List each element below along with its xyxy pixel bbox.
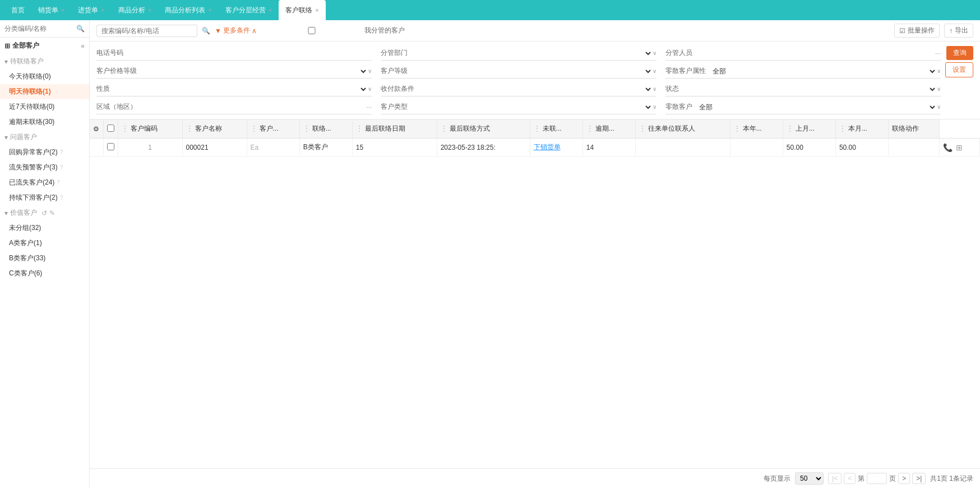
filter-row-4: 区域（地区） ··· 客户类型 ∨ 零散客户 [96,100,941,114]
sidebar-item-ungrouped[interactable]: 未分组(32) [0,220,89,236]
close-icon[interactable]: × [315,7,318,13]
first-page-button[interactable]: |< [828,473,842,484]
prev-page-button[interactable]: < [844,473,856,484]
search-icon[interactable]: 🔍 [202,27,210,35]
row-checkbox[interactable] [107,143,114,150]
row-actions: 📞 ⊞ [943,143,976,152]
filter-row-3: 性质 ∨ 收付款条件 ∨ [96,82,941,96]
edit-icon[interactable]: ✎ [49,209,55,217]
filter-price-grade-select[interactable] [141,67,368,76]
col-not-contacted: ⋮未联... [530,119,583,139]
sidebar-item-tomorrow[interactable]: 明天待联络(1) [0,84,89,99]
close-icon[interactable]: × [269,7,272,13]
col-settings[interactable]: ⚙ [90,119,103,139]
filter-region-label: 区域（地区） [96,102,137,112]
filter-customer-type-select[interactable] [412,103,652,112]
chevron-down-icon: ∨ [368,68,372,74]
nav-purchase[interactable]: 进货单 × [71,0,111,20]
more-filter-button[interactable]: ▼ 更多条件 ∧ [215,26,257,35]
filter-row-1: 电话号码 分管部门 ∨ 分管人员 [96,46,941,61]
row-num: 1 [118,139,182,156]
page-suffix-label: 页 [889,474,896,484]
search-bar: 🔍 ▼ 更多条件 ∧ 我分管的客户 ☑ 批量操作 ↑ 导出 [90,20,980,42]
row-last-month: 50.00 [835,139,888,156]
filter-phone-label: 电话号码 [96,48,123,58]
chevron-down-icon: ∨ [937,68,941,74]
page-input[interactable]: 1 [867,473,887,484]
checkbox-icon: ☑ [899,27,905,35]
nav-sales[interactable]: 销货单 × [31,0,71,20]
sidebar-value-group: ▾ 价值客户 ↺ ✎ [0,205,89,220]
nav-product-list[interactable]: 商品分析列表 × [158,0,218,20]
filter-phone-input[interactable] [128,49,372,57]
page-nav: |< < 第 1 页 > >| [828,473,926,484]
filter-retail-customer-select[interactable]: 全部 [697,103,937,112]
row-last-date: 2023-05-23 18:25: [437,139,530,156]
sidebar-collapse-icon[interactable]: « [81,42,85,50]
nav-customer-layer[interactable]: 客户分层经营 × [219,0,279,20]
my-customers-checkbox[interactable] [261,27,362,34]
filter-customer-grade: 客户等级 ∨ [381,64,656,79]
query-button[interactable]: 查询 [946,46,973,60]
sidebar-item-overdue[interactable]: 逾期未联络(30) [0,114,89,130]
filter-status-label: 状态 [665,84,679,94]
sidebar-item-churn-warning[interactable]: 流失预警客户(3) ? [0,160,89,175]
last-method-link[interactable]: 下销货单 [534,143,561,151]
filter-person-label: 分管人员 [665,48,692,58]
sidebar-item-today[interactable]: 今天待联络(0) [0,69,89,84]
close-icon[interactable]: × [61,7,64,13]
col-handle: ⋮ [303,125,310,132]
close-icon[interactable]: × [101,7,104,13]
close-icon[interactable]: × [208,7,211,13]
row-last-method: 下销货单 [530,139,583,156]
next-page-button[interactable]: > [898,473,910,484]
filter-department-select[interactable] [412,49,652,58]
sidebar-search-bar: 🔍 [0,20,89,38]
col-handle: ⋮ [839,125,846,132]
more-action-icon[interactable]: ⊞ [956,143,963,152]
filter-customer-grade-label: 客户等级 [381,66,408,76]
filter-nature-select[interactable] [114,85,368,94]
sidebar-item-7days[interactable]: 近7天待联络(0) [0,99,89,114]
contact-icon[interactable]: 📞 [943,143,953,152]
more-icon[interactable]: ··· [366,103,372,111]
sidebar-problem-group: ▾ 问题客户 [0,130,89,145]
sidebar-search-input[interactable] [4,25,74,33]
chevron-down-icon: ∨ [653,104,657,110]
sidebar-all-customers[interactable]: ⊞ 全部客户 « [0,38,89,54]
filter-status-select[interactable] [683,85,937,94]
filter-customer-grade-select[interactable] [412,67,652,76]
filter-department: 分管部门 ∨ [381,46,656,61]
nav-customer-contact[interactable]: 客户联络 × [279,0,325,20]
sidebar-item-c-class[interactable]: C类客户(6) [0,266,89,281]
export-button[interactable]: ↑ 导出 [944,24,973,38]
last-page-button[interactable]: >| [912,473,926,484]
set-button[interactable]: 设置 [945,62,973,77]
more-icon[interactable]: ··· [935,49,941,57]
filter-payment: 收付款条件 ∨ [381,82,656,96]
filter-payment-select[interactable] [419,85,652,94]
filter-payment-label: 收付款条件 [381,84,414,94]
chevron-down-icon: ∨ [368,86,372,92]
sidebar-item-declining[interactable]: 持续下滑客户(2) ? [0,190,89,205]
sidebar-search-icon[interactable]: 🔍 [76,25,85,33]
col-handle: ⋮ [734,125,741,132]
content-area: 🔍 ▼ 更多条件 ∧ 我分管的客户 ☑ 批量操作 ↑ 导出 [90,20,980,488]
filter-icon: ▼ [215,27,221,35]
per-page-select[interactable]: 50 100 [795,472,824,485]
batch-op-button[interactable]: ☑ 批量操作 [894,24,940,38]
search-input[interactable] [96,25,197,37]
sidebar-item-a-class[interactable]: A类客户(1) [0,236,89,251]
filter-retail-attr-select[interactable]: 全部 [710,67,937,76]
filter-nature-label: 性质 [96,84,110,94]
refresh-icon[interactable]: ↺ [41,209,47,217]
sidebar-item-b-class[interactable]: B类客户(33) [0,251,89,266]
close-icon[interactable]: × [148,7,151,13]
col-handle: ⋮ [356,125,363,132]
col-action: 联络动作 [889,119,940,139]
sidebar-item-churned[interactable]: 已流失客户(24) ? [0,175,89,190]
nav-home[interactable]: 首页 [4,0,31,20]
select-all-checkbox[interactable] [107,125,114,132]
nav-product-analysis[interactable]: 商品分析 × [112,0,158,20]
sidebar-item-repurchase-abnormal[interactable]: 回购异常客户(2) ? [0,145,89,160]
